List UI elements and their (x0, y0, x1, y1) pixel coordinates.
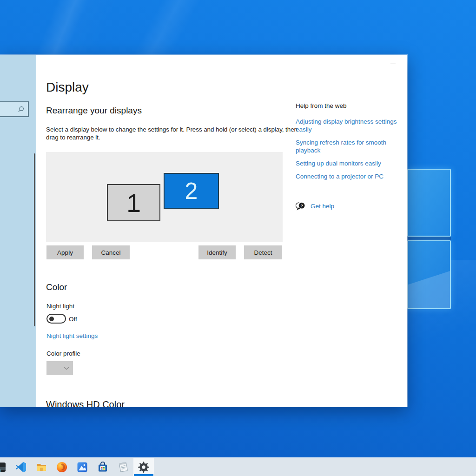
windows-hd-color-heading: Windows HD Color (46, 399, 125, 407)
color-heading: Color (46, 282, 67, 292)
taskbar-icon-photos[interactable] (72, 458, 93, 476)
help-link-dual-monitors[interactable]: Setting up dual monitors easily (296, 159, 397, 167)
rearrange-description: Select a display below to change the set… (46, 126, 299, 141)
taskbar-icon-terminal[interactable] (0, 458, 11, 476)
search-box[interactable] (0, 101, 29, 117)
taskbar (0, 457, 476, 476)
night-light-state: Off (69, 316, 77, 323)
toggle-knob (49, 317, 54, 321)
microsoft-store-icon (97, 462, 108, 473)
settings-gear-icon (138, 461, 150, 473)
notepad-icon (118, 462, 129, 473)
taskbar-icon-settings-active[interactable] (133, 458, 154, 476)
photos-icon (77, 462, 88, 473)
svg-text:?: ? (300, 204, 303, 208)
get-help[interactable]: ? Get help (296, 201, 334, 211)
help-link-projector[interactable]: Connecting to a projector or PC (296, 172, 397, 180)
settings-main-pane: ✕ Display Rearrange your displays Select… (36, 55, 407, 407)
terminal-icon (0, 462, 6, 473)
night-light-label: Night light (46, 303, 74, 310)
cancel-button[interactable]: Cancel (92, 245, 130, 259)
windows-logo-gap (407, 237, 451, 240)
minimize-button[interactable] (386, 58, 399, 70)
help-link-refresh-rates[interactable]: Syncing refresh rates for smooth playbac… (296, 139, 397, 154)
file-explorer-icon (36, 462, 47, 473)
vscode-icon (15, 462, 26, 473)
firefox-icon (56, 462, 67, 473)
monitor-2-selected[interactable]: 2 (164, 173, 219, 209)
night-light-toggle[interactable] (46, 314, 66, 324)
get-help-label: Get help (311, 203, 334, 210)
search-icon (17, 106, 25, 113)
taskbar-icon-notepad[interactable] (113, 458, 133, 476)
taskbar-icon-vscode[interactable] (11, 458, 31, 476)
maximize-button[interactable] (406, 58, 407, 70)
rearrange-heading: Rearrange your displays (46, 106, 142, 116)
apply-button[interactable]: Apply (46, 245, 84, 259)
search-input[interactable] (0, 106, 17, 113)
night-light-settings-link[interactable]: Night light settings (46, 332, 98, 339)
help-links: Adjusting display brightness settings ea… (296, 118, 397, 180)
display-arrangement-area: 1 2 (46, 152, 283, 242)
settings-window: ✕ Display Rearrange your displays Select… (0, 55, 407, 407)
taskbar-icon-microsoft-store[interactable] (93, 458, 113, 476)
get-help-icon: ? (296, 201, 306, 211)
taskbar-icon-firefox[interactable] (52, 458, 72, 476)
identify-button[interactable]: Identify (198, 245, 236, 259)
scrollbar[interactable] (34, 153, 35, 326)
help-from-web-heading: Help from the web (296, 102, 347, 109)
monitor-1[interactable]: 1 (107, 184, 160, 221)
help-link-brightness[interactable]: Adjusting display brightness settings ea… (296, 118, 397, 133)
taskbar-icon-file-explorer[interactable] (31, 458, 52, 476)
page-title: Display (46, 80, 89, 95)
settings-sidebar (0, 55, 36, 407)
color-profile-label: Color profile (46, 350, 80, 357)
color-profile-dropdown[interactable] (46, 361, 73, 375)
windows-logo-pane-top (407, 169, 451, 237)
windows-logo-pane-bottom (407, 240, 451, 309)
minimize-icon (390, 64, 396, 64)
detect-button[interactable]: Detect (244, 245, 282, 259)
chevron-down-icon (63, 366, 70, 370)
